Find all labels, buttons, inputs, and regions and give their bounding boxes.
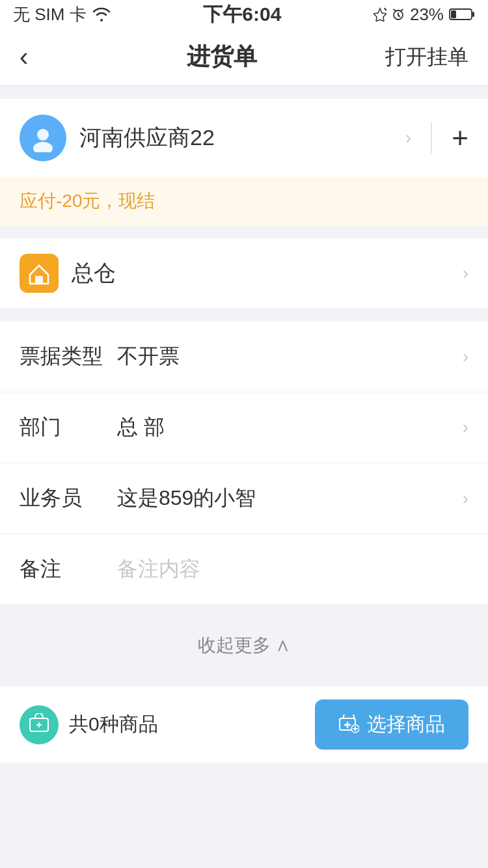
- select-goods-button[interactable]: 选择商品: [315, 699, 468, 750]
- location-icon: [373, 7, 386, 21]
- goods-icon: [20, 705, 59, 744]
- select-goods-label: 选择商品: [367, 711, 445, 738]
- collapse-row[interactable]: 收起更多 ∧: [0, 617, 488, 673]
- goods-info: 共0种商品: [20, 705, 158, 744]
- supplier-divider: [431, 122, 432, 154]
- salesperson-label: 业务员: [20, 484, 104, 513]
- status-bar: 无 SIM 卡 下午6:04 23%: [0, 0, 488, 29]
- nav-bar: ‹ 进货单 打开挂单: [0, 29, 488, 86]
- house-icon: [27, 262, 51, 285]
- supplier-section: 河南供应商22 › + 应付-20元，现结: [0, 99, 488, 225]
- status-bar-right: 23%: [373, 5, 475, 25]
- salesperson-value: 这是859的小智: [104, 484, 463, 513]
- cart-icon: [27, 713, 51, 737]
- remarks-row[interactable]: 备注 备注内容: [0, 534, 488, 604]
- battery-percent: 23%: [410, 5, 444, 25]
- svg-rect-3: [451, 10, 456, 18]
- invoice-type-label: 票据类型: [20, 342, 104, 371]
- supplier-avatar: [20, 115, 66, 161]
- wifi-icon: [92, 7, 111, 21]
- gray-fill: [0, 763, 488, 868]
- avatar-icon: [29, 124, 57, 152]
- salesperson-row[interactable]: 业务员 这是859的小智 ›: [0, 463, 488, 534]
- warehouse-row[interactable]: 总仓 ›: [0, 238, 488, 308]
- remarks-input[interactable]: 备注内容: [104, 555, 468, 584]
- alarm-icon: [392, 7, 405, 21]
- svg-rect-6: [35, 276, 43, 284]
- supplier-add-button[interactable]: +: [452, 122, 468, 154]
- battery-icon: [449, 7, 475, 21]
- back-button[interactable]: ‹: [20, 42, 59, 72]
- content: 河南供应商22 › + 应付-20元，现结 总仓 › 票据类型 不开票 ›: [0, 99, 488, 868]
- warehouse-icon: [20, 254, 59, 293]
- department-arrow: ›: [463, 417, 468, 438]
- status-bar-time: 下午6:04: [203, 1, 281, 28]
- goods-count: 共0种商品: [69, 711, 158, 738]
- invoice-type-value: 不开票: [104, 342, 463, 371]
- department-row[interactable]: 部门 总 部 ›: [0, 392, 488, 463]
- supplier-arrow-icon: ›: [405, 128, 411, 148]
- warehouse-name: 总仓: [72, 258, 463, 288]
- department-value: 总 部: [104, 413, 463, 442]
- page-title: 进货单: [187, 41, 257, 73]
- collapse-label: 收起更多 ∧: [198, 633, 291, 658]
- notice-banner: 应付-20元，现结: [0, 177, 488, 225]
- warehouse-section: 总仓 ›: [0, 238, 488, 308]
- salesperson-arrow: ›: [463, 488, 468, 509]
- sim-indicator: 无 SIM 卡: [13, 3, 87, 26]
- department-label: 部门: [20, 413, 104, 442]
- select-goods-icon: [338, 714, 359, 735]
- remarks-label: 备注: [20, 555, 104, 584]
- svg-point-4: [37, 129, 49, 141]
- bottom-bar: 共0种商品 选择商品: [0, 686, 488, 763]
- warehouse-arrow-icon: ›: [463, 263, 468, 284]
- status-bar-left: 无 SIM 卡: [13, 3, 111, 26]
- supplier-name: 河南供应商22: [79, 123, 405, 153]
- svg-point-5: [33, 142, 53, 152]
- invoice-type-arrow: ›: [463, 346, 468, 367]
- invoice-type-row[interactable]: 票据类型 不开票 ›: [0, 321, 488, 392]
- open-pending-button[interactable]: 打开挂单: [385, 43, 468, 72]
- svg-rect-2: [472, 12, 474, 17]
- form-section: 票据类型 不开票 › 部门 总 部 › 业务员 这是859的小智 › 备注 备注…: [0, 321, 488, 604]
- supplier-row[interactable]: 河南供应商22 › +: [0, 99, 488, 177]
